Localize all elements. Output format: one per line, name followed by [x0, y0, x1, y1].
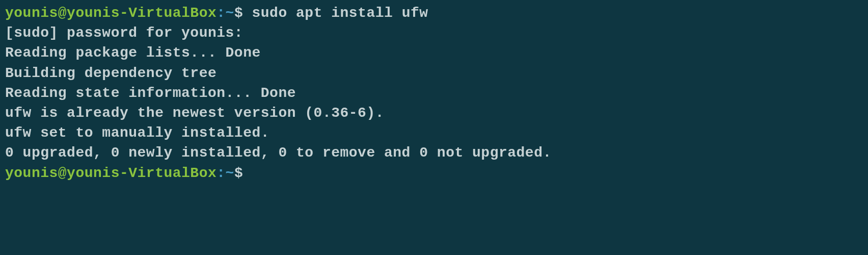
terminal-output-line: Reading package lists... Done — [5, 43, 863, 63]
prompt-user-host: younis@younis-VirtualBox — [5, 5, 216, 21]
prompt-symbol: $ — [234, 165, 243, 181]
terminal-output-line: [sudo] password for younis: — [5, 23, 863, 43]
prompt-separator: : — [216, 5, 225, 21]
terminal-output-line: ufw is already the newest version (0.36-… — [5, 103, 863, 123]
terminal-line-prompt-2[interactable]: younis@younis-VirtualBox:~$ — [5, 163, 863, 183]
prompt-separator: : — [216, 165, 225, 181]
terminal-output-line: ufw set to manually installed. — [5, 123, 863, 143]
terminal-output-line: Reading state information... Done — [5, 83, 863, 103]
terminal-output-line: 0 upgraded, 0 newly installed, 0 to remo… — [5, 143, 863, 163]
terminal-line-prompt-1[interactable]: younis@younis-VirtualBox:~$ sudo apt ins… — [5, 3, 863, 23]
prompt-symbol: $ — [234, 5, 243, 21]
terminal-output-line: Building dependency tree — [5, 63, 863, 83]
prompt-path: ~ — [226, 165, 234, 181]
command-input: sudo apt install ufw — [252, 5, 428, 21]
prompt-path: ~ — [226, 5, 234, 21]
prompt-user-host: younis@younis-VirtualBox — [5, 165, 216, 181]
